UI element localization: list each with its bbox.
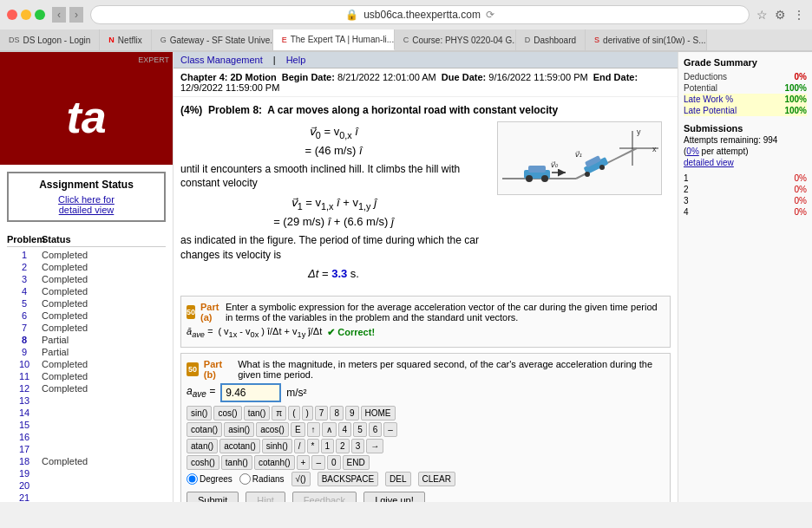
minimize-window-button[interactable]: [21, 10, 31, 20]
part-a-label: Part (a): [200, 302, 220, 323]
exp-button[interactable]: E: [291, 422, 305, 437]
tanh-button[interactable]: tanh(): [221, 455, 252, 470]
right-arrow-button[interactable]: →: [366, 439, 383, 453]
problem-number-17[interactable]: 17: [7, 444, 42, 454]
problem-number-10[interactable]: 10: [7, 359, 42, 369]
detailed-view-link[interactable]: detailed view: [684, 158, 807, 167]
tab-gateway[interactable]: G Gateway - SF State Unive...: [152, 29, 273, 50]
browser-chrome: ‹ › 🔒 usb06ca.theexpertta.com ⟳ ☆ ⚙ ⋮ DS…: [0, 0, 812, 52]
problem-number-1[interactable]: 1: [7, 250, 42, 260]
acos-button[interactable]: acos(): [256, 422, 289, 437]
num5-button[interactable]: 5: [353, 422, 367, 437]
open-paren-button[interactable]: (: [288, 406, 299, 420]
num6-button[interactable]: 6: [369, 422, 383, 437]
num3-button[interactable]: 3: [351, 439, 365, 453]
tan-button[interactable]: tan(): [244, 406, 271, 420]
problem-number-15[interactable]: 15: [7, 420, 42, 430]
late-work-label: Late Work %: [684, 95, 733, 104]
sinh-button[interactable]: sinh(): [262, 439, 292, 453]
num1-button[interactable]: 1: [321, 439, 335, 453]
help-link[interactable]: Help: [286, 55, 306, 65]
num7-button[interactable]: 7: [315, 406, 329, 420]
num2-button[interactable]: 2: [336, 439, 350, 453]
problem-number-14[interactable]: 14: [7, 407, 42, 418]
forward-button[interactable]: ›: [69, 7, 83, 23]
plus-button[interactable]: +: [297, 455, 311, 470]
problem-number-4[interactable]: 4: [7, 286, 42, 297]
problem-number-19[interactable]: 19: [7, 468, 42, 479]
degrees-radio[interactable]: [187, 473, 198, 485]
v0-equation-2: = (46 m/s) î: [180, 144, 487, 157]
atan-button[interactable]: atan(): [187, 439, 218, 453]
problem-number-18[interactable]: 18: [7, 456, 42, 466]
up-arrow-button[interactable]: ↑: [307, 422, 320, 437]
pi-button[interactable]: π: [272, 406, 286, 420]
home-button[interactable]: HOME: [361, 406, 396, 420]
back-button[interactable]: ‹: [52, 7, 66, 23]
part-b-label: Part (b): [204, 359, 232, 380]
extensions-icon[interactable]: ⚙: [775, 8, 786, 22]
cos-button[interactable]: cos(): [213, 406, 241, 420]
v0-equation-1: v⃗0 = v0,x î: [180, 125, 487, 140]
problem-number-7[interactable]: 7: [7, 323, 42, 333]
give-up-button[interactable]: I give up!: [363, 492, 425, 502]
tab-ds-logon[interactable]: DS DS Logon - Login: [0, 29, 100, 50]
submit-button[interactable]: Submit: [187, 492, 239, 502]
degrees-label: Degrees: [200, 474, 232, 484]
num9-button[interactable]: 9: [345, 406, 359, 420]
tab-derivative[interactable]: S derivative of sin(10w) - S...: [586, 29, 707, 50]
del-button[interactable]: DEL: [385, 472, 410, 486]
num0-button[interactable]: 0: [327, 455, 341, 470]
cotanh-button[interactable]: cotanh(): [254, 455, 295, 470]
feedback-button[interactable]: Feedback: [292, 492, 357, 502]
bookmark-icon[interactable]: ☆: [756, 8, 768, 22]
tab-netflix[interactable]: N Netflix: [100, 29, 151, 50]
attempt-rows: 1 0% 2 0% 3 0% 4 0%: [684, 173, 807, 218]
radians-radio[interactable]: [239, 473, 251, 485]
problem-number-8[interactable]: 8: [7, 335, 42, 345]
problem-number-11[interactable]: 11: [7, 371, 42, 381]
acotan-button[interactable]: acotan(): [219, 439, 260, 453]
problem-number-5[interactable]: 5: [7, 298, 42, 309]
problem-number-6[interactable]: 6: [7, 310, 42, 321]
asin-button[interactable]: asin(): [224, 422, 254, 437]
late-potential-row: Late Potential 100%: [684, 105, 807, 116]
problem-number-13[interactable]: 13: [7, 395, 42, 406]
end-button[interactable]: END: [343, 455, 370, 470]
problem-number-2[interactable]: 2: [7, 262, 42, 272]
cosh-button[interactable]: cosh(): [187, 455, 219, 470]
list-item: 8 Partial: [7, 334, 166, 346]
class-management-link[interactable]: Class Management: [180, 55, 263, 65]
problem-number-20[interactable]: 20: [7, 480, 42, 491]
tab-course[interactable]: C Course: PHYS 0220-04 G...: [395, 29, 516, 50]
tab-expert-ta[interactable]: E The Expert TA | Human-li...: [273, 29, 395, 50]
sin-button[interactable]: sin(): [187, 406, 212, 420]
problem-number-12[interactable]: 12: [7, 383, 42, 394]
divide-button[interactable]: /: [294, 439, 305, 453]
cotan-button[interactable]: cotan(): [187, 422, 222, 437]
tab-dashboard[interactable]: D Dashboard: [516, 29, 586, 50]
minus-button[interactable]: –: [383, 422, 397, 437]
menu-icon[interactable]: ⋮: [793, 8, 805, 22]
hint-button[interactable]: Hint: [246, 492, 285, 502]
problem-number-3[interactable]: 3: [7, 274, 42, 284]
backspace-button[interactable]: BACKSPACE: [318, 472, 378, 486]
num8-button[interactable]: 8: [330, 406, 344, 420]
problem-number-16[interactable]: 16: [7, 432, 42, 442]
minus2-button[interactable]: –: [311, 455, 325, 470]
problem-number-9[interactable]: 9: [7, 347, 42, 357]
attempts-remaining: Attempts remaining: 994: [684, 135, 807, 145]
deductions-value: 0%: [795, 72, 807, 81]
clear-button[interactable]: CLEAR: [418, 472, 455, 486]
close-paren-button[interactable]: ): [302, 406, 313, 420]
address-bar[interactable]: 🔒 usb06ca.theexpertta.com ⟳: [90, 5, 750, 24]
close-window-button[interactable]: [7, 10, 17, 20]
num4-button[interactable]: 4: [338, 422, 352, 437]
maximize-window-button[interactable]: [35, 10, 45, 20]
sqrt-button[interactable]: √(): [291, 472, 311, 486]
multiply-button[interactable]: *: [307, 439, 319, 453]
caret-button[interactable]: ∧: [322, 422, 337, 437]
problem-number-21[interactable]: 21: [7, 492, 42, 502]
detailed-view-link[interactable]: Click here for detailed view: [14, 194, 159, 215]
answer-input[interactable]: [220, 383, 281, 402]
